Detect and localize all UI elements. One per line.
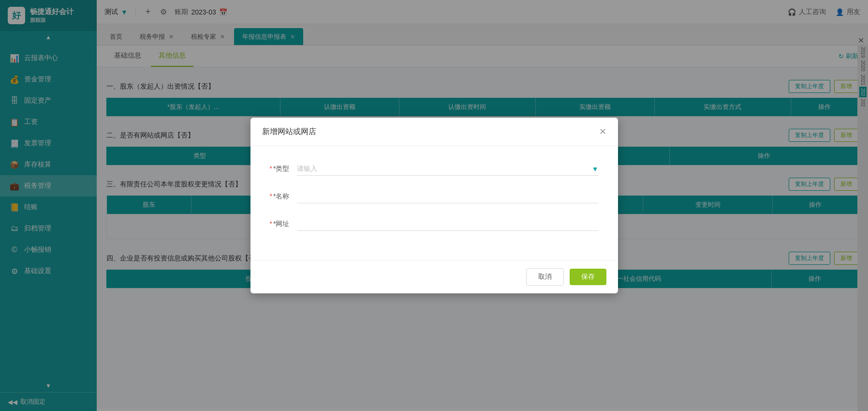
url-label-text: *网址 bbox=[273, 220, 289, 228]
modal-add-website: 新增网站或网店 ✕ **类型 ▼ **名称 bbox=[250, 118, 618, 293]
required-marker: * bbox=[270, 220, 272, 228]
url-input-wrap bbox=[297, 217, 598, 231]
type-label-text: *类型 bbox=[273, 165, 289, 172]
modal-header: 新增网站或网店 ✕ bbox=[250, 118, 618, 146]
required-marker: * bbox=[270, 192, 272, 200]
type-label: **类型 bbox=[270, 165, 290, 173]
name-label: **名称 bbox=[270, 192, 290, 201]
modal-title: 新增网站或网店 bbox=[262, 127, 316, 137]
url-label: **网址 bbox=[270, 220, 290, 228]
name-input[interactable] bbox=[297, 189, 598, 203]
url-input[interactable] bbox=[297, 217, 598, 231]
type-input-wrap: ▼ bbox=[297, 162, 598, 176]
required-marker: * bbox=[270, 165, 272, 172]
modal-close-button[interactable]: ✕ bbox=[599, 126, 606, 137]
modal-body: **类型 ▼ **名称 **网址 bbox=[250, 146, 618, 260]
form-row-type: **类型 ▼ bbox=[270, 162, 599, 176]
type-input[interactable] bbox=[297, 162, 598, 176]
form-row-url: **网址 bbox=[270, 217, 599, 231]
type-chevron-icon[interactable]: ▼ bbox=[592, 165, 599, 173]
cancel-button[interactable]: 取消 bbox=[526, 268, 564, 286]
save-button[interactable]: 保存 bbox=[570, 269, 606, 285]
name-input-wrap bbox=[297, 189, 598, 203]
modal-footer: 取消 保存 bbox=[250, 260, 618, 293]
modal-overlay: 新增网站或网店 ✕ **类型 ▼ **名称 bbox=[0, 0, 868, 411]
name-label-text: *名称 bbox=[273, 192, 289, 200]
form-row-name: **名称 bbox=[270, 189, 599, 203]
